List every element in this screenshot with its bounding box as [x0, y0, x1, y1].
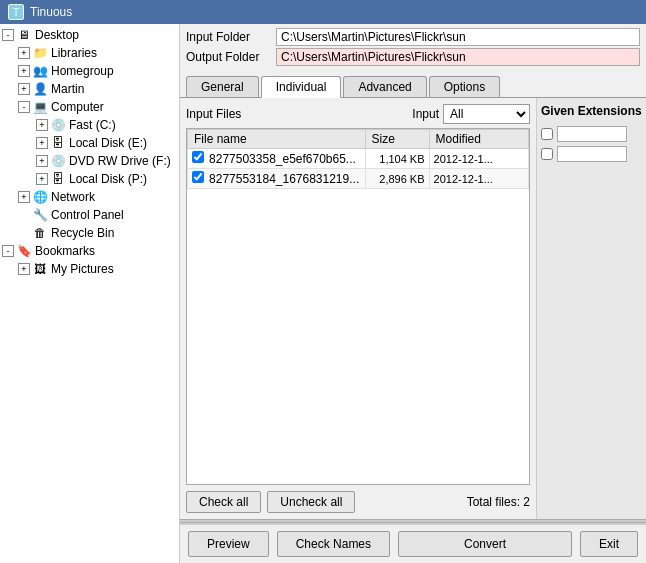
- filter-label: Input: [412, 107, 439, 121]
- sidebar-label-bookmarks: Bookmarks: [35, 244, 95, 258]
- expander-my-pictures[interactable]: +: [18, 263, 30, 275]
- expander-network[interactable]: +: [18, 191, 30, 203]
- expander-libraries[interactable]: +: [18, 47, 30, 59]
- app-title: Tinuous: [30, 5, 72, 19]
- col-header-size: Size: [365, 130, 429, 149]
- bookmarks-icon: 🔖: [16, 243, 32, 259]
- pictures-icon: 🖼: [32, 261, 48, 277]
- tab-individual[interactable]: Individual: [261, 76, 342, 98]
- table-footer: Check all Uncheck all Total files: 2: [186, 491, 530, 513]
- path-section: Input Folder C:\Users\Martin\Pictures\Fl…: [180, 24, 646, 72]
- sidebar-item-computer[interactable]: - 💻 Computer: [0, 98, 179, 116]
- sidebar-item-homegroup[interactable]: + 👥 Homegroup: [0, 62, 179, 80]
- control-panel-icon: 🔧: [32, 207, 48, 223]
- file-table: File name Size Modified 8277503358_e5ef6…: [187, 129, 529, 189]
- file-checkbox-0[interactable]: [192, 151, 204, 163]
- sidebar-item-recycle[interactable]: 🗑 Recycle Bin: [0, 224, 179, 242]
- file-name-label: 8277553184_1676831219...: [209, 172, 359, 186]
- ext-row-2: [541, 146, 642, 162]
- output-folder-value[interactable]: C:\Users\Martin\Pictures\Flickr\sun: [276, 48, 640, 66]
- sidebar-item-bookmarks[interactable]: - 🔖 Bookmarks: [0, 242, 179, 260]
- col-header-modified: Modified: [429, 130, 528, 149]
- file-list-panel: Input Files Input All Selected Unselecte…: [180, 98, 536, 519]
- drive-icon: 💿: [50, 117, 66, 133]
- sidebar-item-desktop[interactable]: - 🖥 Desktop: [0, 26, 179, 44]
- file-modified-cell: 2012-12-1...: [429, 169, 528, 189]
- ext-checkbox-1[interactable]: [541, 128, 553, 140]
- output-folder-label: Output Folder: [186, 50, 276, 64]
- recycle-icon: 🗑: [32, 225, 48, 241]
- expander-homegroup[interactable]: +: [18, 65, 30, 77]
- ext-input-2[interactable]: [557, 146, 627, 162]
- sidebar-item-network[interactable]: + 🌐 Network: [0, 188, 179, 206]
- file-size-cell: 1,104 KB: [365, 149, 429, 169]
- file-modified-cell: 2012-12-1...: [429, 149, 528, 169]
- sidebar-label-recycle: Recycle Bin: [51, 226, 114, 240]
- sidebar-label-fast-c: Fast (C:): [69, 118, 116, 132]
- tabs-bar: General Individual Advanced Options: [180, 72, 646, 98]
- network-icon: 🌐: [32, 189, 48, 205]
- extensions-label: Given Extensions: [541, 104, 642, 118]
- sidebar-item-local-p[interactable]: + 🗄 Local Disk (P:): [0, 170, 179, 188]
- preview-button[interactable]: Preview: [188, 531, 269, 557]
- input-folder-value[interactable]: C:\Users\Martin\Pictures\Flickr\sun: [276, 28, 640, 46]
- bottom-toolbar: Preview Check Names Convert Exit: [180, 523, 646, 563]
- sidebar-item-control-panel[interactable]: 🔧 Control Panel: [0, 206, 179, 224]
- file-checkbox-1[interactable]: [192, 171, 204, 183]
- convert-button[interactable]: Convert: [398, 531, 572, 557]
- tab-advanced[interactable]: Advanced: [343, 76, 426, 97]
- sidebar-label-homegroup: Homegroup: [51, 64, 114, 78]
- input-files-header: Input Files Input All Selected Unselecte…: [186, 104, 530, 124]
- expander-martin[interactable]: +: [18, 83, 30, 95]
- input-filter: Input All Selected Unselected: [412, 104, 530, 124]
- sidebar-label-my-pictures: My Pictures: [51, 262, 114, 276]
- check-names-button[interactable]: Check Names: [277, 531, 390, 557]
- expander-dvd-f[interactable]: +: [36, 155, 48, 167]
- drive-e-icon: 🗄: [50, 135, 66, 151]
- extensions-panel: Given Extensions: [536, 98, 646, 519]
- filter-select[interactable]: All Selected Unselected: [443, 104, 530, 124]
- sidebar-label-computer: Computer: [51, 100, 104, 114]
- right-panel: Input Folder C:\Users\Martin\Pictures\Fl…: [180, 24, 646, 563]
- sidebar-item-fast-c[interactable]: + 💿 Fast (C:): [0, 116, 179, 134]
- sidebar-item-libraries[interactable]: + 📁 Libraries: [0, 44, 179, 62]
- ext-input-1[interactable]: [557, 126, 627, 142]
- uncheck-all-button[interactable]: Uncheck all: [267, 491, 355, 513]
- file-size-cell: 2,896 KB: [365, 169, 429, 189]
- input-folder-label: Input Folder: [186, 30, 276, 44]
- expander-bookmarks[interactable]: -: [2, 245, 14, 257]
- check-all-button[interactable]: Check all: [186, 491, 261, 513]
- sidebar-item-my-pictures[interactable]: + 🖼 My Pictures: [0, 260, 179, 278]
- file-name-label: 8277503358_e5ef670b65...: [209, 152, 356, 166]
- tab-general[interactable]: General: [186, 76, 259, 97]
- tab-options[interactable]: Options: [429, 76, 500, 97]
- expander-local-p[interactable]: +: [36, 173, 48, 185]
- app-icon: T: [8, 4, 24, 20]
- expander-local-e[interactable]: +: [36, 137, 48, 149]
- expander-fast-c[interactable]: +: [36, 119, 48, 131]
- file-name-cell: 8277553184_1676831219...: [188, 169, 366, 189]
- title-bar: T Tinuous: [0, 0, 646, 24]
- ext-checkbox-2[interactable]: [541, 148, 553, 160]
- sidebar-label-libraries: Libraries: [51, 46, 97, 60]
- total-files-label: Total files: 2: [467, 495, 530, 509]
- sidebar: - 🖥 Desktop + 📁 Libraries + 👥 Homegroup …: [0, 24, 180, 563]
- expander-computer[interactable]: -: [18, 101, 30, 113]
- table-row: 8277503358_e5ef670b65... 1,104 KB 2012-1…: [188, 149, 529, 169]
- dvd-icon: 💿: [50, 153, 66, 169]
- sidebar-item-martin[interactable]: + 👤 Martin: [0, 80, 179, 98]
- sidebar-item-dvd-f[interactable]: + 💿 DVD RW Drive (F:): [0, 152, 179, 170]
- table-row: 8277553184_1676831219... 2,896 KB 2012-1…: [188, 169, 529, 189]
- exit-button[interactable]: Exit: [580, 531, 638, 557]
- content-area: Input Files Input All Selected Unselecte…: [180, 98, 646, 519]
- sidebar-item-local-e[interactable]: + 🗄 Local Disk (E:): [0, 134, 179, 152]
- expander-desktop[interactable]: -: [2, 29, 14, 41]
- sidebar-label-control-panel: Control Panel: [51, 208, 124, 222]
- input-files-label: Input Files: [186, 107, 241, 121]
- drive-p-icon: 🗄: [50, 171, 66, 187]
- user-icon: 👤: [32, 81, 48, 97]
- file-name-cell: 8277503358_e5ef670b65...: [188, 149, 366, 169]
- desktop-icon: 🖥: [16, 27, 32, 43]
- sidebar-label-network: Network: [51, 190, 95, 204]
- sidebar-label-desktop: Desktop: [35, 28, 79, 42]
